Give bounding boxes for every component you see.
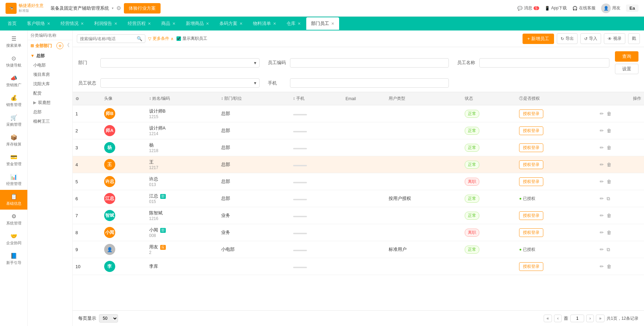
tab-customer-close[interactable]: ✕ — [47, 21, 50, 26]
tab-operation-close[interactable]: ✕ — [81, 21, 84, 26]
last-page-btn[interactable]: » — [596, 315, 605, 322]
edit-icon[interactable]: ✏ — [600, 230, 604, 235]
dept-search-input[interactable] — [30, 33, 73, 38]
nav-search-menu[interactable]: ☰ 搜索菜单 — [0, 32, 27, 52]
nav-management[interactable]: 📊 经营管理 — [0, 170, 27, 190]
col-settings[interactable]: ⚙ — [73, 92, 101, 105]
auth-btn[interactable]: 授权登录 — [519, 143, 543, 152]
view-btn[interactable]: 👁 视录 — [604, 33, 625, 44]
show-resigned-label[interactable]: 显示离职员工 — [176, 36, 207, 42]
col-dept[interactable]: ↕ 部门/职位 — [218, 92, 290, 105]
delete-icon[interactable]: 🗑 — [607, 213, 611, 218]
tab-operation[interactable]: 经营情况 ✕ — [56, 17, 89, 30]
more-btn[interactable]: 戳 — [628, 33, 640, 44]
edit-icon[interactable]: ✏ — [600, 128, 604, 133]
first-page-btn[interactable]: « — [544, 315, 552, 322]
tab-new-goods[interactable]: 新增商品 ✕ — [181, 17, 214, 30]
delete-icon[interactable]: 🗑 — [607, 145, 611, 150]
show-resigned-checkbox[interactable] — [176, 36, 181, 41]
emp-name-input[interactable] — [479, 58, 609, 68]
user-item[interactable]: 👤 用友 — [601, 3, 620, 13]
nav-sales[interactable]: 💰 销售管理 — [0, 91, 27, 111]
auth-btn[interactable]: 授权登录 — [519, 211, 543, 220]
gear-icon[interactable]: ⚙ — [116, 5, 121, 11]
dept-node-zhishu[interactable]: 植树王三 — [28, 117, 72, 126]
tab-warehouse-close[interactable]: ✕ — [298, 21, 301, 26]
col-phone[interactable]: ↕ 手机 — [290, 92, 343, 105]
online-service-item[interactable]: 🎧 在线客服 — [572, 5, 596, 11]
dept-node-zongbu-child[interactable]: 总部 — [28, 107, 72, 117]
nav-quick-nav[interactable]: ⊙ 快捷导航 — [0, 52, 27, 71]
tab-barcode-close[interactable]: ✕ — [239, 21, 243, 26]
delete-icon[interactable]: 🗑 — [607, 264, 611, 269]
tab-department[interactable]: 部门员工 ✕ — [306, 17, 339, 30]
col-name[interactable]: ↕ 姓名/编码 — [146, 92, 218, 105]
tab-history-close[interactable]: ✕ — [148, 21, 151, 26]
auth-btn[interactable]: 授权登录 — [519, 262, 543, 271]
tab-department-close[interactable]: ✕ — [331, 21, 334, 26]
reset-btn[interactable]: 设置 — [615, 64, 638, 74]
tab-bom[interactable]: 物料清单 ✕ — [248, 17, 281, 30]
auth-btn[interactable]: 授权登录 — [519, 160, 543, 169]
tab-profit[interactable]: 利润报告 ✕ — [89, 17, 122, 30]
more-filter-btn[interactable]: ▽ 更多条件 ∧ — [148, 36, 174, 42]
app-download-item[interactable]: 📱 App下载 — [545, 5, 567, 11]
query-btn[interactable]: 查询 — [615, 51, 638, 62]
tab-new-goods-close[interactable]: ✕ — [206, 21, 209, 26]
page-number-input[interactable] — [570, 315, 584, 322]
edit-icon[interactable]: ✏ — [600, 247, 604, 252]
tab-goods-close[interactable]: ✕ — [172, 21, 175, 26]
copy-icon[interactable]: ⧉ — [607, 247, 610, 253]
delete-icon[interactable]: 🗑 — [607, 128, 611, 133]
next-page-btn[interactable]: › — [586, 315, 594, 322]
tab-bom-close[interactable]: ✕ — [273, 21, 276, 26]
tab-history[interactable]: 经营历程 ✕ — [123, 17, 156, 30]
nav-marketing[interactable]: 📣 营销推广 — [0, 71, 27, 91]
dept-node-peihuo[interactable]: 配货 — [28, 89, 72, 98]
nav-guide[interactable]: 📘 新手引导 — [0, 249, 27, 269]
nav-basic-info[interactable]: 📋 基础信息 — [0, 190, 27, 210]
auth-btn[interactable]: 授权登录 — [519, 109, 543, 118]
nav-purchase[interactable]: 🛒 采购管理 — [0, 111, 27, 131]
add-employee-btn[interactable]: + 新增员工 — [523, 34, 554, 44]
emp-code-input[interactable] — [290, 58, 449, 68]
export-btn[interactable]: ↻ 导出 — [557, 33, 578, 44]
tab-barcode[interactable]: 条码方案 ✕ — [215, 17, 247, 30]
tab-goods[interactable]: 商品 ✕ — [156, 17, 180, 30]
search-input[interactable] — [80, 36, 135, 41]
auth-btn[interactable]: 授权登录 — [519, 177, 543, 186]
delete-icon[interactable]: 🗑 — [607, 111, 611, 116]
import-btn[interactable]: ↺ 导入 — [580, 33, 601, 44]
nav-system[interactable]: ⚙ 系统管理 — [0, 210, 27, 229]
edit-icon[interactable]: ✏ — [600, 162, 604, 167]
tab-profit-close[interactable]: ✕ — [114, 21, 117, 26]
nav-inventory[interactable]: 📦 库存核算 — [0, 131, 27, 150]
tab-home[interactable]: 首页 — [3, 17, 21, 30]
tab-customer[interactable]: 客户联络 ✕ — [22, 17, 55, 30]
dept-node-shuanglu[interactable]: ▶ 双鹿想 — [28, 98, 72, 107]
delete-icon[interactable]: 🗑 — [607, 230, 611, 235]
dept-node-xiaodian[interactable]: 小电部 — [28, 61, 72, 70]
auth-btn[interactable]: 授权登录 — [519, 228, 543, 237]
trial-button[interactable]: 体验行业方案 — [124, 3, 161, 14]
prev-page-btn[interactable]: ‹ — [554, 315, 562, 322]
delete-icon[interactable]: 🗑 — [607, 162, 611, 167]
dept-node-project[interactable]: 项目库房 — [28, 70, 72, 79]
collapse-panel-btn[interactable]: 《 — [65, 42, 70, 49]
sys-title-dropdown-icon[interactable]: ▾ — [112, 6, 114, 10]
edit-icon[interactable]: ✏ — [600, 111, 604, 116]
nav-finance[interactable]: 💳 资金管理 — [0, 150, 27, 170]
dept-settings-icon[interactable]: ⚙ — [56, 42, 63, 49]
edit-icon[interactable]: ✏ — [600, 145, 604, 150]
edit-icon[interactable]: ✏ — [600, 213, 604, 218]
dept-select[interactable]: ▾ — [100, 58, 260, 68]
message-item[interactable]: 💬 消息 5 — [517, 5, 539, 11]
dept-node-shenyang[interactable]: 沈阳大库 — [28, 79, 72, 89]
delete-icon[interactable]: 🗑 — [607, 179, 611, 184]
copy-icon[interactable]: ⧉ — [607, 196, 610, 202]
phone-input[interactable] — [290, 78, 449, 88]
edit-icon[interactable]: ✏ — [600, 196, 604, 201]
edit-icon[interactable]: ✏ — [600, 264, 604, 269]
dept-node-zongbu-parent[interactable]: ▼ 总部 — [28, 51, 72, 61]
emp-status-select[interactable]: ▾ — [100, 78, 260, 88]
